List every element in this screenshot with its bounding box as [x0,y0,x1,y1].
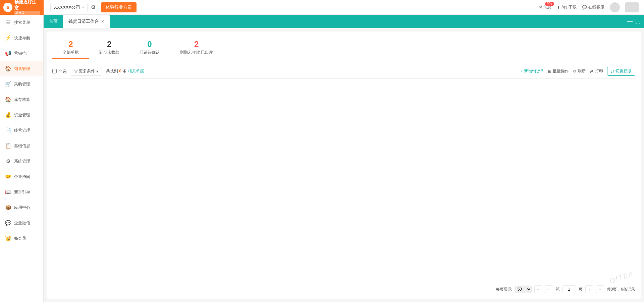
sidebar-item-marketing[interactable]: 📢 营销推广 [0,46,43,61]
stat-tab-overdue[interactable]: 2 到期未收款 [89,37,129,59]
download-icon: ⬇ [557,5,560,10]
enterprise-icon: 🤝 [5,173,11,180]
member-icon: 👑 [5,235,11,242]
guide-icon: 📖 [5,189,11,195]
sidebar-item-guide[interactable]: 📖 新手引导 [0,184,43,200]
operations-icon: 📄 [5,127,11,134]
marketing-icon: 📢 [5,50,11,57]
stat-num-pending: 0 [147,40,152,49]
stat-num-overdue-out: 2 [194,40,199,49]
stat-tab-overdue-out[interactable]: 2 到期未收款 已出库 [170,37,223,59]
tab-maximize-button[interactable]: ⛶ [635,18,641,24]
refresh-button[interactable]: ↻ 刷新 [573,68,586,74]
sidebar-item-wechat[interactable]: 💬 企业微信 [0,215,43,231]
refresh-icon: ↻ [573,69,576,74]
inventory-icon: 🏠 [5,96,11,103]
per-page-select[interactable]: 50 100 200 [515,286,532,293]
next-page-button[interactable]: › [585,285,593,293]
toolbar-right: + 新增销货单 ⊞ 批量操作 ↻ 刷新 🖨 打印 ⇄ 切换新版 [521,67,635,76]
switch-icon: ⇄ [611,69,614,74]
tab-bar-actions: — ⛶ [627,18,644,24]
pagination: 每页显示 50 100 200 « ‹ 第 页 › » 共0页，0条记录 [52,281,635,293]
top-header: 6 畅捷通好生意 标准版 XXXXXX公司 ▾ ⚙ 体验行业方案 ✉ 消息 99… [0,0,644,15]
new-sale-button[interactable]: + 新增销货单 [521,68,544,74]
sidebar-item-system[interactable]: ⚙ 系统管理 [0,154,43,169]
sidebar-item-sales[interactable]: 🏠 销售管理 [0,61,43,76]
sidebar-item-search-menu[interactable]: ☰ 搜索菜单 [0,15,43,30]
logo-area: 6 畅捷通好生意 标准版 [0,0,44,15]
page-prefix: 第 [556,287,560,292]
stat-tab-pending[interactable]: 0 旺铺待确认 [129,37,170,59]
tab-workbench[interactable]: 钱货日清工作台 ✕ [63,15,110,28]
switch-version-button[interactable]: ⇄ 切换新版 [607,67,635,76]
logo-text: 畅捷通好生意 标准版 [14,0,40,15]
logo-icon: 6 [3,3,12,12]
user-menu[interactable] [625,2,639,12]
sidebar-item-purchase[interactable]: 🛒 采购管理 [0,76,43,92]
service-icon: 💬 [582,5,587,10]
industry-button[interactable]: 体验行业方案 [101,2,137,12]
sidebar-item-enterprise[interactable]: 🤝 企业协同 [0,169,43,184]
stat-label-pending: 旺铺待确认 [140,50,160,55]
page-suffix: 页 [579,287,583,292]
stat-num-overdue: 2 [107,40,111,49]
content-area: 2 全部单据 2 到期未收款 0 旺铺待确认 2 到期未收款 已出库 全选 [47,32,641,299]
tab-close-icon[interactable]: ✕ [101,19,104,24]
stats-tabs: 2 全部单据 2 到期未收款 0 旺铺待确认 2 到期未收款 已出库 [52,37,635,59]
checkbox-input[interactable] [52,69,57,73]
page-input[interactable] [562,285,576,293]
select-all-checkbox[interactable]: 全选 [52,68,67,74]
stat-num-all: 2 [68,40,73,49]
found-text: 共找到 0 条 相关单据 [106,68,144,74]
sidebar-item-operations[interactable]: 📄 经营管理 [0,123,43,138]
basic-info-icon: 📋 [5,142,11,149]
online-service-button[interactable]: 💬 在线客服 [582,4,604,10]
message-button[interactable]: ✉ 消息 99+ [539,4,551,10]
chevron-down-icon: ▾ [82,5,84,9]
system-icon: ⚙ [5,158,11,165]
header-right: ✉ 消息 99+ ⬇ App下载 💬 在线客服 [539,2,639,12]
stat-label-overdue: 到期未收款 [99,50,119,55]
avatar[interactable] [610,2,620,12]
batch-icon: ⊞ [548,69,551,74]
print-icon: 🖨 [590,69,594,74]
total-label: 共0页，0条记录 [607,287,635,292]
found-count: 0 [119,69,121,73]
app-center-icon: 📦 [5,204,11,211]
company-name: XXXXXX公司 [54,4,80,10]
main-content: 2 全部单据 2 到期未收款 0 旺铺待确认 2 到期未收款 已出库 全选 [44,28,644,302]
sidebar-item-quick-nav[interactable]: ⚡ 快捷导航 [0,30,43,46]
tab-home[interactable]: 首页 [44,15,63,28]
stat-tab-all[interactable]: 2 全部单据 [52,37,89,59]
chevron-filter-icon: ▾ [96,69,98,74]
per-page-label: 每页显示 [496,287,512,292]
message-icon: ✉ [539,5,542,10]
print-button[interactable]: 🖨 打印 [590,68,603,74]
toolbar-left: 全选 ▽ 更多条件 ▾ 共找到 0 条 相关单据 [52,67,144,76]
toolbar: 全选 ▽ 更多条件 ▾ 共找到 0 条 相关单据 + 新增销货单 ⊞ [52,64,635,79]
sales-icon: 🏠 [5,65,11,72]
filter-button[interactable]: ▽ 更多条件 ▾ [71,67,102,76]
filter-icon: ▽ [74,69,77,74]
tab-minimize-button[interactable]: — [627,18,633,24]
sidebar-item-inventory[interactable]: 🏠 库存核算 [0,92,43,107]
purchase-icon: 🛒 [5,81,11,87]
prev-page-button[interactable]: ‹ [545,285,553,293]
stat-label-all: 全部单据 [63,50,79,55]
stat-label-overdue-out: 到期未收款 已出库 [180,50,213,55]
batch-op-button[interactable]: ⊞ 批量操作 [548,68,569,74]
first-page-button[interactable]: « [534,285,542,293]
sidebar: ☰ 搜索菜单 ⚡ 快捷导航 📢 营销推广 🏠 销售管理 🛒 采购管理 🏠 库存核… [0,15,44,302]
sidebar-item-finance[interactable]: 💰 资金管理 [0,107,43,123]
search-menu-icon: ☰ [5,19,11,26]
app-download-button[interactable]: ⬇ App下载 [557,4,577,10]
finance-icon: 💰 [5,112,11,118]
last-page-button[interactable]: » [596,285,604,293]
settings-button[interactable]: ⚙ [91,4,96,10]
sidebar-item-app-center[interactable]: 📦 应用中心 [0,200,43,215]
tab-bar: 首页 钱货日清工作台 ✕ — ⛶ [44,15,644,28]
sidebar-item-basic-info[interactable]: 📋 基础信息 [0,138,43,154]
company-selector[interactable]: XXXXXX公司 ▾ [50,3,88,12]
sidebar-item-member[interactable]: 👑 畅会员 [0,231,43,246]
table-area [52,81,635,281]
